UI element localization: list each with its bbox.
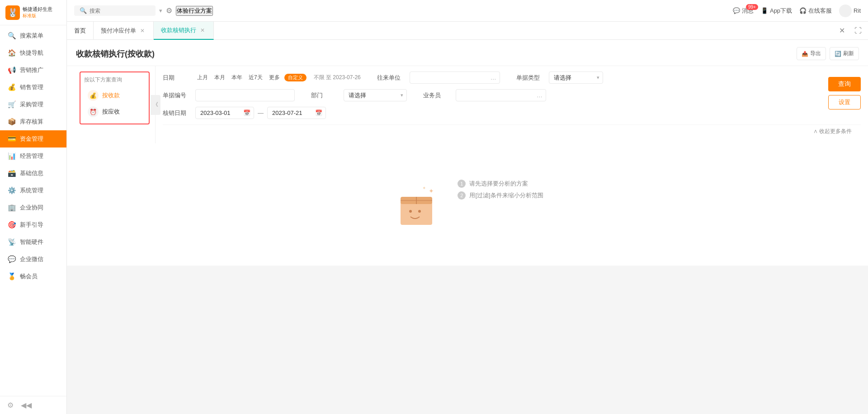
user-profile[interactable]: Rit (839, 5, 861, 17)
system-icon: ⚙️ (7, 186, 16, 195)
sidebar-item-label: 畅会员 (20, 272, 38, 281)
tab-receipt-writeoff[interactable]: 收款核销执行 ✕ (154, 22, 214, 40)
tab-bar: 首页 预付冲应付单 ✕ 收款核销执行 ✕ ✕ ⛶ (67, 22, 868, 40)
app-download-button[interactable]: 📱 App下载 (761, 7, 792, 15)
sidebar-item-basic-info[interactable]: 🗃️ 基础信息 (0, 165, 66, 182)
writeoff-date-label: 核销日期 (163, 109, 190, 117)
calendar-end-icon[interactable]: 📅 (315, 109, 322, 116)
sidebar-item-label: 企业微信 (20, 255, 43, 263)
counterpart-input-wrapper: … (410, 71, 500, 84)
beginner-icon: 🎯 (7, 221, 16, 229)
counterpart-input[interactable] (410, 71, 500, 84)
filter-sidebar-title: 按以下方案查询 (84, 76, 145, 84)
close-all-tabs-icon[interactable]: ✕ (835, 24, 848, 37)
header-search-box[interactable]: 🔍 (74, 5, 156, 16)
sidebar-item-wechat[interactable]: 💬 企业微信 (0, 251, 66, 268)
tab-receipt-label: 收款核销执行 (161, 26, 196, 34)
smart-hardware-icon: 📡 (7, 238, 16, 246)
collapse-more-btn[interactable]: ∧ 收起更多条件 (813, 128, 852, 135)
date-this-month[interactable]: 本月 (212, 73, 227, 82)
sidebar-item-member[interactable]: 🏅 畅会员 (0, 268, 66, 285)
doc-no-input[interactable] (195, 89, 295, 101)
sidebar-item-inventory[interactable]: 📦 库存核算 (0, 113, 66, 130)
sidebar-item-operations[interactable]: 📊 经营管理 (0, 148, 66, 165)
logo-edition: 标准版 (23, 13, 52, 19)
svg-point-5 (418, 210, 421, 213)
avatar (839, 5, 852, 17)
sidebar-item-search-menu[interactable]: 🔍 搜索菜单 (0, 27, 66, 44)
filter-sidebar-collapse[interactable]: 《 (151, 95, 160, 115)
tab-receipt-close[interactable]: ✕ (199, 27, 206, 34)
date-more[interactable]: 更多 (267, 73, 282, 82)
enterprise-icon: 🏢 (7, 204, 16, 212)
tab-prepay-orders[interactable]: 预付冲应付单 ✕ (94, 22, 154, 40)
date-shortcuts: 上月 本月 本年 近7天 更多 自定义 (195, 73, 307, 82)
doc-type-select[interactable]: 请选择 (549, 71, 603, 84)
page-title: 收款核销执行(按收款) (76, 48, 155, 59)
sidebar-item-enterprise[interactable]: 🏢 企业协同 (0, 199, 66, 216)
collapse-sidebar-icon[interactable]: ◀◀ (21, 401, 32, 409)
expand-tab-icon[interactable]: ⛶ (852, 24, 864, 37)
sidebar-nav: 🔍 搜索菜单 🏠 快捷导航 📢 营销推广 💰 销售管理 🛒 采购管理 📦 库存核… (0, 25, 66, 396)
tab-home[interactable]: 首页 (67, 22, 94, 40)
sidebar-item-label: 基础信息 (20, 169, 43, 177)
sidebar-item-label: 搜索菜单 (20, 32, 43, 40)
empty-hint-2: 2 用[过滤]条件来缩小分析范围 (458, 191, 543, 200)
settings-icon[interactable]: ⚙ (7, 401, 14, 409)
date-range: 📅 — 📅 (195, 107, 326, 119)
export-icon: 📤 (802, 51, 808, 57)
sidebar-item-label: 库存核算 (20, 118, 43, 126)
solution-button[interactable]: 体验行业方案 (176, 6, 213, 16)
sidebar-item-label: 快捷导航 (20, 49, 43, 57)
writeoff-date-end-wrapper: 📅 (267, 107, 326, 119)
operations-icon: 📊 (7, 152, 16, 160)
date-last-month[interactable]: 上月 (195, 73, 210, 82)
calendar-start-icon[interactable]: 📅 (243, 109, 250, 116)
date-last-7-days[interactable]: 近7天 (247, 73, 264, 82)
dropdown-icon[interactable]: ▾ (159, 7, 162, 14)
header-left: 🔍 ▾ ⚙ 体验行业方案 (74, 5, 213, 16)
header-search-input[interactable] (90, 8, 144, 14)
filter-option-by-receipt[interactable]: 💰 按收款 (84, 87, 145, 104)
dept-select[interactable]: 请选择 (344, 89, 407, 101)
dept-label: 部门 (311, 91, 338, 100)
message-count-badge: 99+ (746, 4, 758, 10)
sidebar-item-smart-hardware[interactable]: 📡 智能硬件 (0, 233, 66, 251)
staff-label: 业务员 (423, 91, 450, 100)
staff-more-icon[interactable]: … (537, 92, 542, 99)
doc-no-label: 单据编号 (163, 91, 190, 100)
refresh-button[interactable]: 🔄 刷新 (830, 47, 859, 60)
svg-point-4 (409, 210, 412, 213)
gear-settings-icon[interactable]: ⚙ (166, 6, 172, 15)
filter-option-by-receivable[interactable]: ⏰ 按应收 (84, 104, 145, 120)
sidebar-item-quick-nav[interactable]: 🏠 快捷导航 (0, 44, 66, 62)
sidebar-item-label: 采购管理 (20, 100, 43, 109)
top-header: 🔍 ▾ ⚙ 体验行业方案 💬 消息 99+ 📱 App下载 🎧 在线客服 (67, 0, 868, 22)
sidebar-item-finance[interactable]: 💳 资金管理 (0, 130, 66, 148)
query-button[interactable]: 查询 (828, 77, 861, 91)
message-button[interactable]: 💬 消息 99+ (733, 7, 754, 15)
sidebar: 🐰 畅捷通好生意 标准版 🔍 搜索菜单 🏠 快捷导航 📢 营销推广 💰 销售管理… (0, 0, 67, 414)
online-service-button[interactable]: 🎧 在线客服 (799, 7, 832, 15)
sidebar-item-system[interactable]: ⚙️ 系统管理 (0, 182, 66, 199)
hint-num-2: 2 (458, 191, 466, 200)
staff-input[interactable] (456, 89, 546, 101)
sidebar-bottom: ⚙ ◀◀ (0, 396, 66, 414)
query-buttons: 查询 设置 (828, 71, 861, 124)
search-menu-icon: 🔍 (7, 32, 16, 40)
sidebar-item-beginner[interactable]: 🎯 新手引导 (0, 216, 66, 233)
username: Rit (854, 7, 861, 14)
sidebar-item-marketing[interactable]: 📢 营销推广 (0, 62, 66, 79)
by-receipt-icon: 💰 (88, 90, 99, 101)
sidebar-item-sales[interactable]: 💰 销售管理 (0, 79, 66, 96)
quick-nav-icon: 🏠 (7, 49, 16, 57)
export-button[interactable]: 📤 导出 (797, 47, 826, 60)
tab-prepay-close[interactable]: ✕ (139, 27, 146, 34)
date-custom-badge[interactable]: 自定义 (284, 74, 307, 81)
date-this-year[interactable]: 本年 (230, 73, 244, 82)
sidebar-item-purchase[interactable]: 🛒 采购管理 (0, 96, 66, 113)
logo-name: 畅捷通好生意 (23, 6, 52, 12)
filter-settings-button[interactable]: 设置 (828, 95, 861, 109)
counterpart-more-icon[interactable]: … (491, 74, 496, 81)
filter-sidebar-box: 按以下方案查询 💰 按收款 ⏰ 按应收 (80, 71, 150, 124)
